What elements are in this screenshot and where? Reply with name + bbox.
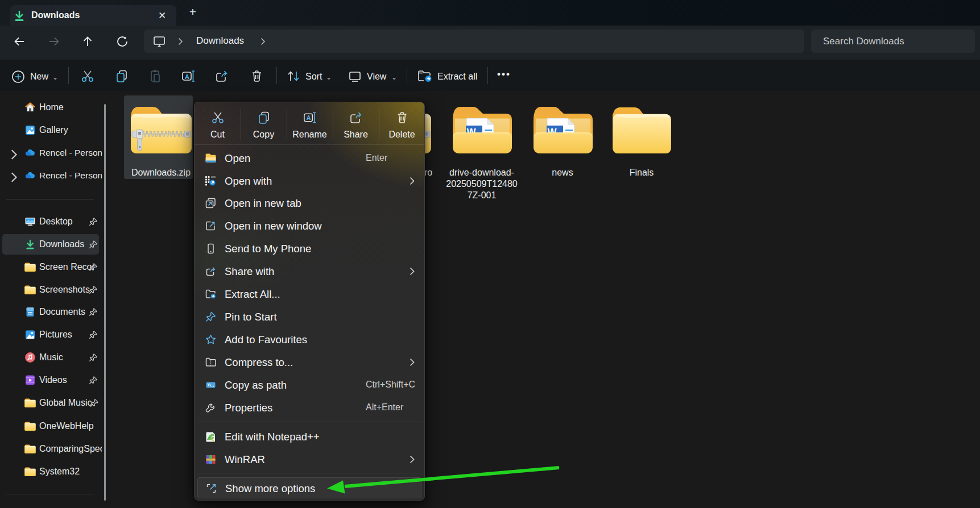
svg-text:A: A	[306, 114, 311, 121]
svg-text:A: A	[185, 73, 189, 80]
